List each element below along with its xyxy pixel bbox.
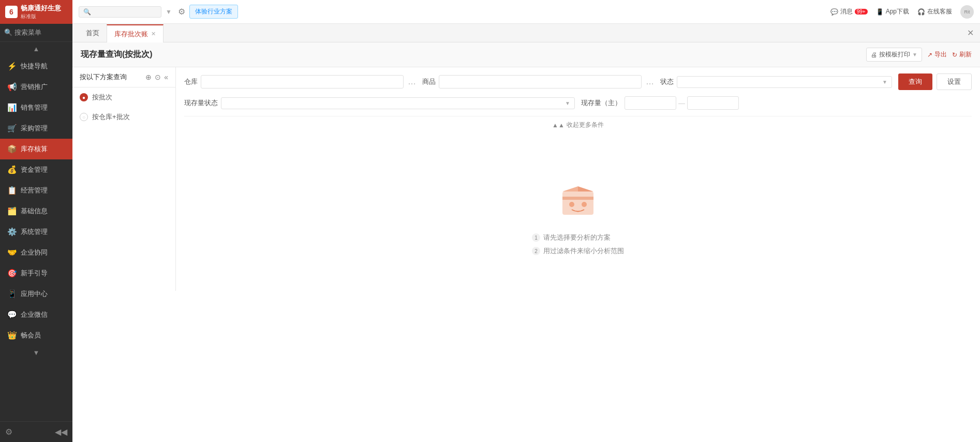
sidebar-item-vip[interactable]: 👑 畅会员 [0,325,72,346]
sidebar-item-basic[interactable]: 🗂️ 基础信息 [0,201,72,222]
app-download-icon: 📱 [876,8,884,16]
messages-btn[interactable]: 💬 消息 99+ [830,7,868,16]
sidebar-item-marketing[interactable]: 📢 营销推广 [0,77,72,97]
filter-sidebar-title: 按以下方案查询 [80,72,127,82]
sidebar-item-app-center[interactable]: 📱 应用中心 [0,284,72,304]
inventory-label: 库存核算 [21,144,48,154]
export-label: 导出 [934,50,947,59]
sidebar-item-purchase[interactable]: 🛒 采购管理 [0,118,72,139]
add-scheme-icon[interactable]: ⊕ [145,73,152,81]
collapse-sidebar-icon[interactable]: ◀◀ [55,427,67,437]
sidebar-scroll-up[interactable]: ▲ [0,42,72,56]
user-avatar-btn[interactable]: Rit [960,5,974,19]
refresh-btn[interactable]: ↻ 刷新 [952,50,972,59]
filter-item-by-warehouse-batch[interactable]: ○ 按仓库+批次 [72,107,175,127]
product-input[interactable] [439,75,642,89]
form-buttons: 查询 设置 [898,73,972,90]
avatar: Rit [960,5,974,19]
page-header: 现存量查询(按批次) 🖨 按模板打印 ▼ ↗ 导出 ↻ 刷新 [72,42,980,67]
collapse-more-btn[interactable]: ▲▲ 收起更多条件 [184,116,972,134]
tip-num-2: 2 [532,247,540,255]
status-dropdown-icon: ▼ [882,79,887,85]
sidebar-search[interactable]: 🔍 搜索菜单 [0,24,72,42]
inventory-qty-min[interactable] [625,96,676,110]
product-field: 商品 … [422,75,654,89]
filter-form: 仓库 … 商品 … 状态 [176,67,980,140]
sidebar-item-new-guide[interactable]: 🎯 新手引导 [0,263,72,284]
enterprise-wechat-icon: 💬 [7,310,17,319]
settings-footer-icon[interactable]: ⚙ [5,427,12,437]
marketing-icon: 📢 [7,82,17,92]
tab-home-label: 首页 [86,28,99,38]
topbar-search-area[interactable]: 🔍 [79,6,161,18]
inventory-status-dropdown-icon: ▼ [565,100,570,106]
print-icon: 🖨 [871,51,877,58]
content: 现存量查询(按批次) 🖨 按模板打印 ▼ ↗ 导出 ↻ 刷新 [72,42,980,442]
sidebar-item-quick-nav[interactable]: ⚡ 快捷导航 [0,56,72,77]
sidebar-item-sales[interactable]: 📊 销售管理 [0,97,72,118]
status-select[interactable]: ▼ [677,76,892,88]
filter-area: 按以下方案查询 ⊕ ⊙ « ● 按批次 ○ 按仓库+批次 [72,67,980,291]
topbar-gear-icon[interactable]: ⚙ [178,7,185,17]
app-download-btn[interactable]: 📱 App下载 [876,7,909,16]
filter-sidebar: 按以下方案查询 ⊕ ⊙ « ● 按批次 ○ 按仓库+批次 [72,67,176,291]
warehouse-label: 仓库 [184,77,198,86]
refresh-icon: ↻ [952,51,957,58]
tip-text-1: 请先选择要分析的方案 [543,233,611,242]
main-area: 🔍 ▼ ⚙ 体验行业方案 💬 消息 99+ 📱 App下载 🎧 在线客服 Rit [72,0,980,442]
topbar-search-icon: 🔍 [83,8,91,16]
empty-tip-2: 2 用过滤条件来缩小分析范围 [532,246,624,256]
export-btn[interactable]: ↗ 导出 [927,50,947,59]
finance-icon: 💰 [7,165,17,174]
tab-bar-close-btn[interactable]: ✕ [967,28,974,38]
print-dropdown-icon[interactable]: ▼ [912,52,917,57]
sidebar-item-inventory[interactable]: 📦 库存核算 [0,139,72,159]
print-btn[interactable]: 🖨 按模板打印 ▼ [866,48,922,62]
sidebar-footer: ⚙ ◀◀ [0,421,72,442]
inventory-icon: 📦 [7,144,17,154]
empty-svg [552,171,604,223]
filter-sidebar-header: 按以下方案查询 ⊕ ⊙ « [72,67,175,87]
sidebar-item-system[interactable]: ⚙️ 系统管理 [0,222,72,242]
inventory-qty-range: — [625,96,972,110]
by-warehouse-batch-dot: ○ [80,113,88,121]
query-button[interactable]: 查询 [898,73,932,90]
page-title: 现存量查询(按批次) [81,49,153,60]
trial-btn[interactable]: 体验行业方案 [189,5,238,19]
sidebar-item-enterprise-wechat[interactable]: 💬 企业微信 [0,304,72,325]
purchase-label: 采购管理 [21,124,48,133]
online-service-btn[interactable]: 🎧 在线客服 [917,7,952,16]
inventory-qty-max[interactable] [687,96,739,110]
empty-tips: 1 请先选择要分析的方案 2 用过滤条件来缩小分析范围 [532,233,624,260]
tab-close-icon[interactable]: ✕ [151,31,156,37]
sidebar-scroll-down[interactable]: ▼ [0,346,72,360]
tab-home[interactable]: 首页 [79,24,107,42]
warehouse-input[interactable] [201,75,404,89]
collapse-filter-sidebar-icon[interactable]: « [164,73,168,81]
tab-inventory-batch-label: 库存批次账 [114,30,148,39]
warehouse-more-icon[interactable]: … [408,77,416,86]
sidebar-item-finance[interactable]: 💰 资金管理 [0,159,72,180]
sidebar-item-enterprise-collab[interactable]: 🤝 企业协同 [0,242,72,263]
app-download-label: App下载 [886,7,909,16]
filter-item-by-batch[interactable]: ● 按批次 [72,87,175,107]
app-version: 标准版 [21,13,61,20]
settings-button[interactable]: 设置 [937,73,972,90]
app-name-block: 畅康通好生意 标准版 [21,4,61,20]
scheme-settings-icon[interactable]: ⊙ [155,73,161,81]
filter-row-2: 现存量状态 ▼ 现存量（主） — [184,96,972,110]
tip-text-2: 用过滤条件来缩小分析范围 [543,246,624,256]
topbar-search-input[interactable] [93,8,157,16]
tab-inventory-batch[interactable]: 库存批次账 ✕ [107,24,164,43]
content-inner: 现存量查询(按批次) 🖨 按模板打印 ▼ ↗ 导出 ↻ 刷新 [72,42,980,442]
sidebar-item-operations[interactable]: 📋 经营管理 [0,180,72,201]
new-guide-label: 新手引导 [21,269,48,278]
print-label: 按模板打印 [879,50,910,59]
collapse-label: 收起更多条件 [567,121,604,129]
svg-marker-2 [578,186,593,191]
product-more-icon[interactable]: … [646,77,654,86]
inventory-status-select[interactable]: ▼ [221,97,575,109]
svg-point-4 [569,202,574,207]
vip-icon: 👑 [7,331,17,340]
topbar-dropdown-icon[interactable]: ▼ [166,8,172,16]
